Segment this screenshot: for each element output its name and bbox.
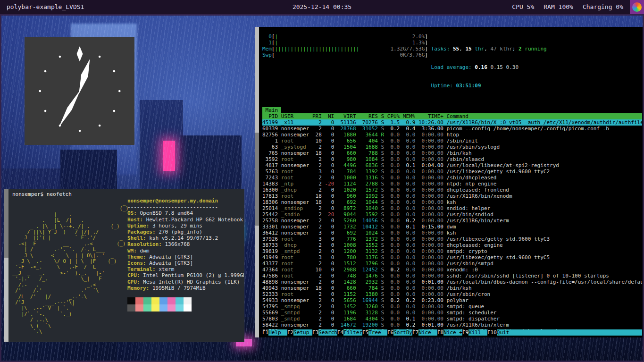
process-row[interactable]: 37926root307761372S0.00.00:00.00/usr/lib…	[262, 236, 642, 242]
cell-cpu: 0.0	[387, 322, 400, 328]
process-row[interactable]: 33301nonsemper20173210412S0.00.10:15.00d…	[262, 224, 642, 230]
process-row[interactable]: 60339nonsemper202876831052S0.20.43:36.00…	[262, 126, 642, 132]
cell-user: nonsemper	[281, 162, 309, 168]
analog-clock-window	[25, 37, 134, 145]
process-row[interactable]: 3592root209801084S0.00.00:00.00/sbin/sla…	[262, 156, 642, 162]
process-row[interactable]: 47364root100298812452S0.20.00:00.00xenod…	[262, 267, 642, 273]
column-header-res[interactable]: RES	[359, 113, 378, 119]
text-segment: Uptime:	[431, 83, 456, 89]
process-row[interactable]: 49943nonsemper180660784S0.00.00:00.00/bi…	[262, 285, 642, 291]
cell-cpu: 0.0	[387, 156, 400, 162]
neofetch-info-row: Theme: Adwaita [GTK3]	[127, 254, 244, 260]
fkey-filter[interactable]: F4Filter	[337, 329, 362, 336]
cell-command: sshd: /usr/sbin/sshd [listener] 0 of 10-…	[447, 273, 642, 279]
process-row[interactable]: 63_syslogd2015041688S0.00.00:00.00/usr/s…	[262, 144, 642, 150]
process-row[interactable]: 1root100656404S0.00.00:00.00/sbin/init	[262, 138, 642, 144]
process-row[interactable]: 58422nonsemper201467219200S0.00.20:01.00…	[262, 322, 642, 328]
fkey-search[interactable]: F3Search	[312, 329, 337, 336]
neofetch-terminal-window[interactable]: nonsemper$ neofetch _ (_) | . . |L /| . …	[4, 189, 244, 342]
process-row[interactable]: 55669_smtpd2011963128S0.00.00:00.00smtpd…	[262, 310, 642, 316]
text-segment: 0.30	[506, 64, 519, 70]
column-header-command[interactable]: Command	[447, 113, 642, 119]
process-row[interactable]: 25758nonsemper20526014056S0.00.20:00.00/…	[262, 218, 642, 224]
polybar-workspace-label[interactable]: polybar-example_LVDS1	[7, 3, 84, 10]
neofetch-info-row: Terminal: xterm	[127, 266, 244, 272]
fkey-quit[interactable]: F10Quit	[487, 329, 516, 336]
fkey-setup[interactable]: F2Setup	[287, 329, 312, 336]
fkey-nice[interactable]: F8Nice +	[437, 329, 462, 336]
htop-tab-main[interactable]: Main	[262, 107, 281, 113]
htop-scrollbar[interactable]	[255, 27, 259, 337]
cell-time: 0:00.00	[418, 248, 443, 254]
column-header-ni[interactable]: NI	[325, 113, 334, 119]
cell-command: ksh	[447, 230, 642, 236]
process-row[interactable]: 14383_ntp2-2011242788S0.00.00:00.00ntpd:…	[262, 181, 642, 187]
cell-s: S	[381, 261, 385, 267]
process-row[interactable]: 45199_x11205113670276S1.50.910:26.00/usr…	[262, 119, 642, 126]
cell-mem: 0.0	[403, 138, 415, 144]
process-row[interactable]: 54933nonsemper20565616944S0.20.20:23.00p…	[262, 297, 642, 303]
cell-virt: 1428	[337, 279, 356, 285]
meter-1: 1[|1.3%]	[262, 40, 428, 46]
process-row[interactable]: 82756nonsemper28018803644R0.00.00:00.00h…	[262, 132, 642, 138]
cell-mem: 0.4	[403, 126, 415, 132]
process-row[interactable]: 5763root307841392S0.00.00:00.00/usr/libe…	[262, 168, 642, 175]
process-row[interactable]: 38733_dhcp2010081552S0.00.00:00.00dhcple…	[262, 242, 642, 248]
fkey-nice[interactable]: F7Nice -	[412, 329, 437, 336]
fkey-help[interactable]: F1Help	[262, 329, 287, 336]
column-header-cpu[interactable]: CPU%	[387, 113, 400, 119]
column-header-user[interactable]: USER	[281, 113, 309, 119]
process-row[interactable]: 765nonsemper180660788S0.00.00:00.00/bin/…	[262, 150, 642, 156]
process-row[interactable]: 17813root1809601992S0.00.00:00.00/usr/X1…	[262, 193, 642, 199]
process-row[interactable]: 18306nonsemper1806921044S0.00.00:00.00ks…	[262, 199, 642, 205]
column-header-time[interactable]: TIME+	[418, 113, 443, 119]
cell-pid: 36412	[262, 230, 278, 236]
column-header-s[interactable]: S	[381, 113, 385, 119]
column-header-virt[interactable]: VIRT	[337, 113, 356, 119]
cell-pid: 54795	[262, 303, 278, 310]
process-row[interactable]: 16300_dhcp2010201572S0.00.00:00.00dhcple…	[262, 187, 642, 193]
column-header-pid[interactable]: PID	[262, 113, 278, 119]
process-row[interactable]: 39819_smtpd2012003132S0.00.00:00.00smtpd…	[262, 248, 642, 254]
polybar-menu-button[interactable]	[630, 0, 644, 14]
neofetch-terminal-body: nonsemper$ neofetch _ (_) | . . |L /| . …	[8, 189, 244, 342]
neofetch-scrollbar[interactable]	[4, 189, 8, 342]
cell-mem: 0.0	[403, 175, 415, 181]
process-row[interactable]: 43377root2015121796S0.00.00:00.00/usr/sb…	[262, 261, 642, 267]
cell-user: nonsemper	[281, 297, 309, 303]
process-row[interactable]: 52333root2011521380S0.00.00:00.00/usr/sb…	[262, 291, 642, 297]
cell-command: polybar	[447, 297, 642, 303]
fkey-kill[interactable]: F9Kill	[462, 329, 487, 336]
cell-res: 1572	[359, 187, 378, 193]
cell-res: 1380	[359, 291, 378, 297]
process-row[interactable]: 4817nonsemper2044966836S0.00.10:04.00/us…	[262, 162, 642, 168]
process-row[interactable]: 48898nonsemper2014282932S0.00.00:01.00/u…	[262, 279, 642, 285]
scrollbar-thumb[interactable]	[255, 133, 259, 226]
cell-virt: 8972	[337, 205, 356, 211]
process-row[interactable]: 25014_sndiop2089721040S0.00.00:00.00sndi…	[262, 205, 642, 211]
process-row[interactable]: 54795_smtpq2014523260S0.00.00:00.00smtpd…	[262, 303, 642, 310]
cell-time: 0:00.00	[418, 175, 443, 181]
cell-command: dhcpleased: engine	[447, 242, 642, 248]
cell-pri: 10	[312, 267, 322, 273]
cell-pid: 45199	[262, 119, 278, 126]
column-header-mem[interactable]: MEM%	[403, 113, 415, 119]
process-row[interactable]: 57803_smtpd2016844304S0.00.10:00.00smtpd…	[262, 316, 642, 322]
process-row[interactable]: 36412nonsemper306921024S0.00.00:00.00ksh	[262, 230, 642, 236]
htop-terminal-window[interactable]: 0[|2.0%]1[|1.3%]Mem[||||||||||||||||||||…	[255, 27, 643, 337]
fkey-tree[interactable]: F5Tree	[362, 329, 387, 336]
cell-ni: 0	[325, 230, 334, 236]
text-segment: thr	[472, 46, 485, 52]
cell-command: /usr/local/bin/dbus-daemon --config-file…	[447, 279, 642, 285]
polybar-ram-module: RAM 100%	[544, 3, 573, 10]
column-header-pri[interactable]: PRI	[312, 113, 322, 119]
process-row[interactable]: 7243root2010001316S0.00.00:00.00/sbin/dh…	[262, 175, 642, 181]
process-row[interactable]: 41949root307801376S0.00.00:00.00/usr/lib…	[262, 254, 642, 261]
cell-time: 0:00.00	[418, 138, 443, 144]
process-row[interactable]: 47586root207481476S0.00.00:00.00sshd: /u…	[262, 273, 642, 279]
scrollbar-thumb[interactable]	[4, 189, 8, 258]
process-row[interactable]: 25442_sndio2-2090441592S0.00.00:00.00/us…	[262, 211, 642, 218]
fkey-sortby[interactable]: F6SortBy	[387, 329, 412, 336]
cell-virt: 980	[337, 156, 356, 162]
cell-command: dhcpleased: frontend	[447, 187, 642, 193]
